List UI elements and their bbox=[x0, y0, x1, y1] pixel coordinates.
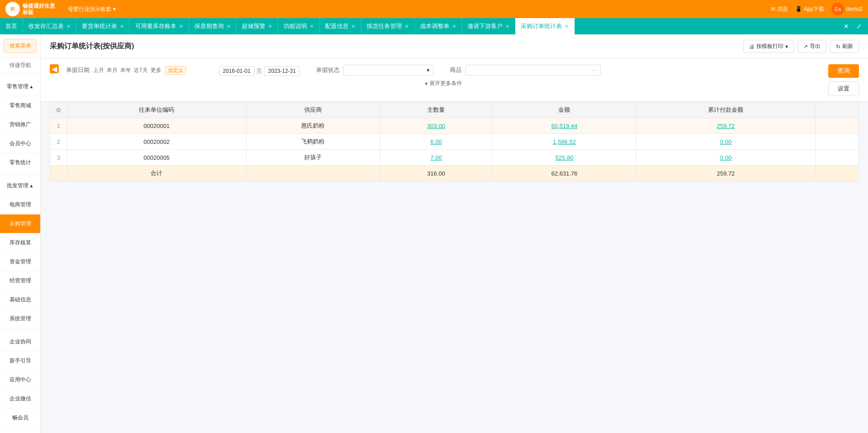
sidebar-item-ecommerce[interactable]: 电商管理 bbox=[0, 195, 40, 214]
col-supplier: 供应商 bbox=[246, 102, 380, 118]
nav-tab-6[interactable]: 功能说明 ✕ bbox=[278, 18, 320, 34]
table-footer-row: 合计 316.00 62,631.76 259.72 bbox=[50, 166, 859, 181]
chevron-icon: ▲ bbox=[29, 84, 34, 89]
status-select[interactable]: ▾ bbox=[343, 65, 434, 76]
row-qty[interactable]: 303.00 bbox=[380, 118, 492, 134]
query-button[interactable]: 查询 bbox=[828, 64, 859, 78]
filter-toggle-button[interactable]: ◀ bbox=[50, 64, 59, 73]
sidebar-item-newbie[interactable]: 新手引导 bbox=[0, 352, 40, 371]
col-qty: 主数量 bbox=[380, 102, 492, 118]
row-supplier: 好孩子 bbox=[246, 150, 380, 166]
close-icon[interactable]: ✕ bbox=[268, 24, 272, 29]
close-icon[interactable]: ✕ bbox=[120, 24, 124, 29]
sidebar-item-operations[interactable]: 经营管理 bbox=[0, 271, 40, 290]
search-menu-button[interactable]: 搜索菜单 bbox=[4, 39, 37, 53]
close-icon[interactable]: ✕ bbox=[226, 24, 231, 29]
row-extra bbox=[815, 118, 859, 134]
nav-tab-1[interactable]: 收发存汇总表 ✕ bbox=[23, 18, 76, 34]
row-paid[interactable]: 0.00 bbox=[637, 150, 816, 166]
row-amount[interactable]: 60,519.44 bbox=[492, 118, 636, 134]
col-paid: 累计付款金额 bbox=[637, 102, 816, 118]
sidebar-item-basics[interactable]: 基础信息 bbox=[0, 290, 40, 309]
footer-amount: 62,631.76 bbox=[492, 166, 636, 181]
close-icon[interactable]: ✕ bbox=[179, 24, 183, 29]
sidebar-item-app-center[interactable]: 应用中心 bbox=[0, 371, 40, 390]
sidebar-item-wholesale[interactable]: 批发管理 ▲ bbox=[0, 176, 40, 195]
date-filter: 单据日期 上月 本月 本年 近7天 更多 自定义 bbox=[66, 66, 186, 75]
page-actions: 🖨 按模板打印 ▾ ↗ 导出 ↻ 刷新 bbox=[743, 40, 859, 53]
nav-tab-5[interactable]: 超储预警 ✕ bbox=[236, 18, 278, 34]
shortcut-this-year[interactable]: 本年 bbox=[120, 67, 131, 74]
app-name: 畅捷通好生意 标版 bbox=[23, 3, 55, 16]
row-paid[interactable]: 0.00 bbox=[637, 134, 816, 150]
sidebar-item-retail-management[interactable]: 零售管理 ▲ bbox=[0, 77, 40, 96]
filter-row-1: 单据日期 上月 本月 本年 近7天 更多 自定义 2016-01-01 bbox=[66, 64, 821, 76]
nav-tab-7[interactable]: 配置信息 ✕ bbox=[320, 18, 361, 34]
nav-tab-8[interactable]: 拣货任务管理 ✕ bbox=[361, 18, 415, 34]
row-paid[interactable]: 259.72 bbox=[637, 118, 816, 134]
sidebar-item-system[interactable]: 系统管理 bbox=[0, 309, 40, 328]
divider bbox=[0, 330, 40, 331]
nav-tab-10[interactable]: 邀请下游客户 ✕ bbox=[462, 18, 515, 34]
maximize-button[interactable]: ⤢ bbox=[854, 22, 864, 31]
chevron-down-icon: ▾ bbox=[113, 6, 116, 12]
sidebar-search-section: 搜索菜单 bbox=[0, 34, 40, 58]
date-to[interactable]: 2023-12-31 bbox=[264, 66, 300, 76]
nav-tab-4[interactable]: 保质期查询 ✕ bbox=[189, 18, 236, 34]
goods-input[interactable]: ··· bbox=[465, 65, 601, 76]
shortcut-more[interactable]: 更多 bbox=[151, 67, 161, 74]
gear-icon[interactable]: ⚙ bbox=[56, 106, 61, 114]
sidebar-item-member-center[interactable]: 会员中心 bbox=[0, 134, 40, 153]
shortcut-7days[interactable]: 近7天 bbox=[134, 67, 148, 74]
shortcut-prev-month[interactable]: 上月 bbox=[93, 67, 104, 74]
message-button[interactable]: ✉ 消息 bbox=[771, 5, 788, 13]
close-icon[interactable]: ✕ bbox=[351, 24, 355, 29]
app-download-button[interactable]: 📱 App下载 bbox=[795, 5, 824, 13]
sidebar-item-member[interactable]: 畅会员 bbox=[0, 409, 40, 428]
workspace-selector[interactable]: 母婴行业演示账套 ▾ bbox=[68, 5, 116, 13]
nav-tab-2[interactable]: 要货单统计表 ✕ bbox=[76, 18, 130, 34]
nav-tab-3[interactable]: 可用量库存账本 ✕ bbox=[130, 18, 189, 34]
row-code: 00020005 bbox=[67, 150, 246, 166]
avatar: Ea bbox=[831, 3, 844, 15]
close-icon[interactable]: ✕ bbox=[405, 24, 409, 29]
sidebar-item-retail-shop[interactable]: 零售商城 bbox=[0, 96, 40, 115]
date-from[interactable]: 2016-01-01 bbox=[219, 66, 255, 76]
quick-nav-button[interactable]: 快捷导航 bbox=[0, 58, 40, 73]
nav-tab-11-active[interactable]: 采购订单统计表 ✕ bbox=[515, 18, 575, 34]
close-icon[interactable]: ✕ bbox=[452, 24, 456, 29]
date-range-row: 2016-01-01 至 2023-12-31 bbox=[219, 66, 300, 76]
expand-button[interactable]: ▾ 展开更多条件 bbox=[425, 80, 462, 87]
row-code: 00020002 bbox=[67, 134, 246, 150]
nav-tab-home[interactable]: 首页 bbox=[0, 18, 23, 34]
refresh-button[interactable]: ↻ 刷新 bbox=[830, 40, 859, 53]
sidebar-item-marketing[interactable]: 营销推广 bbox=[0, 115, 40, 134]
sidebar-item-collaboration[interactable]: 企业协同 bbox=[0, 333, 40, 352]
sidebar-item-purchase[interactable]: 采购管理 bbox=[0, 214, 40, 233]
sidebar-item-enterprise-wechat[interactable]: 企业微信 bbox=[0, 390, 40, 409]
sidebar-item-inventory[interactable]: 库存核算 bbox=[0, 233, 40, 252]
close-icon[interactable]: ✕ bbox=[310, 24, 314, 29]
row-qty[interactable]: 7.00 bbox=[380, 150, 492, 166]
footer-qty: 316.00 bbox=[380, 166, 492, 181]
divider bbox=[0, 75, 40, 76]
close-icon[interactable]: ✕ bbox=[565, 24, 569, 29]
user-area[interactable]: Ea demo2 bbox=[831, 3, 863, 15]
sidebar-item-retail-stats[interactable]: 零售统计 bbox=[0, 153, 40, 172]
settings-button[interactable]: 设置 bbox=[828, 81, 859, 96]
row-amount[interactable]: 1,586.52 bbox=[492, 134, 636, 150]
export-button[interactable]: ↗ 导出 bbox=[797, 40, 826, 53]
close-all-button[interactable]: ✕ bbox=[841, 22, 852, 31]
close-icon[interactable]: ✕ bbox=[66, 24, 71, 29]
goods-label: 商品 bbox=[450, 66, 462, 74]
date-separator: 至 bbox=[256, 67, 262, 75]
row-qty[interactable]: 6.00 bbox=[380, 134, 492, 150]
table-header-row: ⚙ 往来单位编码 供应商 主数量 金额 累计付款金额 bbox=[50, 102, 859, 118]
shortcut-this-month[interactable]: 本月 bbox=[107, 67, 118, 74]
row-amount[interactable]: 525.80 bbox=[492, 150, 636, 166]
nav-tab-9[interactable]: 成本调整单 ✕ bbox=[415, 18, 462, 34]
template-print-button[interactable]: 🖨 按模板打印 ▾ bbox=[743, 40, 794, 53]
close-icon[interactable]: ✕ bbox=[505, 24, 509, 29]
sidebar-item-finance[interactable]: 资金管理 bbox=[0, 252, 40, 271]
expand-row: ▾ 展开更多条件 bbox=[66, 76, 821, 91]
